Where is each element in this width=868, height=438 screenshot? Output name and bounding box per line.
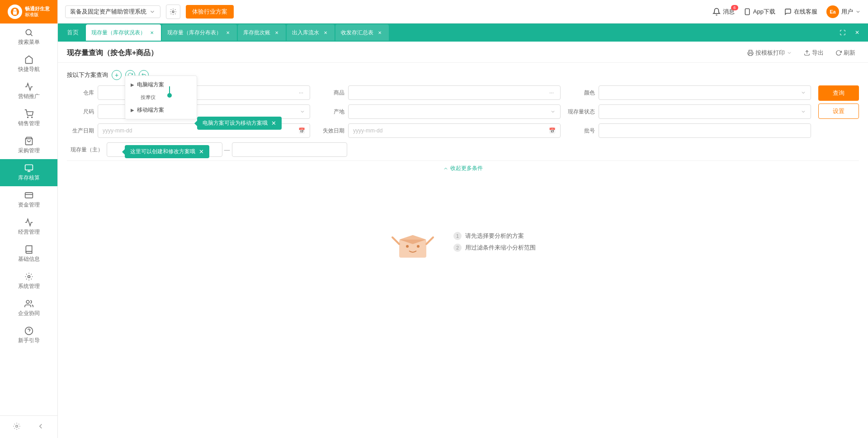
system-selector[interactable]: 装备及固定资产辅助管理系统 — [65, 5, 160, 18]
page-header: 现存量查询（按仓库+商品） 按模板打印 导出 刷新 — [58, 42, 868, 63]
tab-close-batch[interactable]: ✕ — [273, 29, 280, 36]
scheme-tooltip-close[interactable]: ✕ — [271, 120, 276, 127]
sidebar-item-marketing[interactable]: 营销推广 — [0, 78, 57, 105]
sidebar: 畅通好生意 标准版 搜索菜单 快捷导航 营销推广 销售管理 采购管理 库存核算 — [0, 0, 58, 438]
svg-point-3 — [27, 117, 28, 118]
tab-summary[interactable]: 收发存汇总表 ✕ — [335, 24, 389, 41]
filter-col2: 商品 ··· 产地 — [317, 85, 561, 142]
sidebar-item-inventory[interactable]: 库存核算 — [0, 159, 57, 186]
header-right: 消息 6 App下载 在线客服 Ea 用户 — [712, 5, 861, 18]
scheme-tree-panel: ▶ 电脑端方案 按摩仪 ▶ 移动端方案 — [125, 75, 197, 119]
scheme-tooltip-bubble: 电脑方案可设为移动方案哦 ✕ — [197, 117, 282, 130]
tab-inventory-status[interactable]: 现存量（库存状况表） ✕ — [86, 24, 161, 41]
tab-close-flow[interactable]: ✕ — [322, 29, 329, 36]
tab-close-inventory-status[interactable]: ✕ — [148, 29, 156, 36]
page-title: 现存量查询（按仓库+商品） — [67, 48, 158, 58]
sidebar-item-search[interactable]: 搜索菜单 — [0, 24, 57, 51]
sidebar-item-sales[interactable]: 销售管理 — [0, 105, 57, 132]
tab-inventory-dist[interactable]: 现存量（库存分布表） ✕ — [162, 24, 237, 41]
sidebar-item-basic[interactable]: 基础信息 — [0, 240, 57, 268]
filter-field-batch: 批号 — [568, 123, 811, 138]
sidebar-item-guide[interactable]: 新手引导 — [0, 322, 57, 349]
sidebar-nav: 搜索菜单 快捷导航 营销推广 销售管理 采购管理 库存核算 资金管理 经营管理 — [0, 24, 57, 415]
user-avatar: Ea — [826, 5, 839, 18]
page-content: 现存量查询（按仓库+商品） 按模板打印 导出 刷新 — [58, 42, 868, 438]
app-download-btn[interactable]: App下载 — [744, 8, 775, 16]
sidebar-collapse-btn[interactable] — [35, 420, 47, 433]
mobile-tooltip-close[interactable]: ✕ — [199, 148, 204, 155]
logo-text: 畅通好生意 标准版 — [25, 6, 50, 17]
origin-select[interactable] — [348, 104, 561, 119]
mobile-tooltip-bubble: 这里可以创建和修改方案哦 ✕ — [125, 145, 209, 158]
goods-select[interactable]: ··· — [348, 85, 561, 100]
template-print-btn[interactable]: 按模板打印 — [744, 47, 796, 59]
notification-btn[interactable]: 消息 6 — [712, 8, 735, 16]
search-btn[interactable]: 查询 — [818, 85, 859, 101]
svg-point-4 — [31, 117, 32, 118]
sidebar-item-enterprise[interactable]: 企业协同 — [0, 295, 57, 322]
main-area: 装备及固定资产辅助管理系统 体验行业方案 消息 6 App下载 在线客服 — [58, 0, 868, 438]
svg-point-12 — [26, 301, 29, 304]
stock-main-max-input[interactable] — [232, 142, 348, 157]
sidebar-item-purchase[interactable]: 采购管理 — [0, 132, 57, 159]
expire-date-input[interactable]: yyyy-mm-dd 📅 — [348, 123, 561, 138]
setting-btn[interactable]: 设置 — [818, 104, 859, 119]
svg-line-2 — [30, 34, 32, 36]
tab-close-all-btn[interactable]: ✕ — [852, 27, 863, 38]
tab-maximize-btn[interactable] — [837, 27, 848, 38]
tab-batch-account[interactable]: 库存批次账 ✕ — [238, 24, 286, 41]
empty-illustration — [390, 219, 435, 264]
stock-status-select[interactable] — [599, 104, 811, 119]
logo-icon — [8, 5, 22, 19]
sidebar-item-system[interactable]: 系统管理 — [0, 268, 57, 295]
empty-state: 1 请先选择要分析的方案 2 用过滤条件来缩小分析范围 — [58, 183, 868, 301]
sidebar-settings-btn[interactable] — [11, 420, 23, 433]
top-header: 装备及固定资产辅助管理系统 体验行业方案 消息 6 App下载 在线客服 — [58, 0, 868, 24]
collapse-bar[interactable]: 收起更多条件 — [67, 160, 859, 176]
tab-in-out-flow[interactable]: 出入库流水 ✕ — [287, 24, 335, 41]
expire-date-calendar-icon[interactable]: 📅 — [549, 127, 556, 134]
sidebar-item-operations[interactable]: 经营管理 — [0, 213, 57, 240]
online-service-btn[interactable]: 在线客服 — [784, 8, 817, 16]
export-btn[interactable]: 导出 — [800, 47, 827, 59]
tab-controls: ✕ — [837, 27, 866, 38]
batch-input[interactable] — [599, 123, 811, 138]
filter-area: 按以下方案查询 + ▶ 电脑端方案 按摩仪 — [58, 63, 868, 183]
sidebar-logo[interactable]: 畅通好生意 标准版 — [0, 0, 57, 24]
filter-field-goods: 商品 ··· — [317, 85, 561, 100]
scheme-connector — [169, 86, 170, 94]
produce-date-calendar-icon[interactable]: 📅 — [298, 127, 305, 134]
settings-button[interactable] — [166, 5, 180, 19]
industry-button[interactable]: 体验行业方案 — [186, 5, 234, 19]
scheme-tree-subitem[interactable]: 按摩仪 — [135, 92, 197, 103]
scheme-dot — [167, 93, 172, 98]
svg-rect-9 — [25, 193, 33, 198]
scheme-tree-item-mobile[interactable]: ▶ 移动端方案 — [125, 103, 197, 117]
filter-field-stock-status: 现存量状态 — [568, 104, 811, 119]
svg-line-24 — [392, 237, 399, 244]
svg-point-16 — [172, 11, 174, 13]
refresh-btn[interactable]: 刷新 — [832, 47, 859, 59]
user-menu[interactable]: Ea 用户 — [826, 5, 861, 18]
svg-rect-19 — [749, 53, 752, 56]
filter-add-scheme-btn[interactable]: + — [112, 70, 122, 80]
empty-tip-1: 1 请先选择要分析的方案 — [453, 232, 536, 240]
filter-field-origin: 产地 — [317, 104, 561, 119]
filter-field-expire-date: 失效日期 yyyy-mm-dd 📅 — [317, 123, 561, 138]
tab-close-inventory-dist[interactable]: ✕ — [224, 29, 231, 36]
filter-field-color: 颜色 — [568, 85, 811, 100]
svg-point-23 — [417, 245, 420, 248]
svg-point-22 — [406, 245, 409, 248]
filter-col3: 颜色 现存量状态 — [568, 85, 811, 142]
tab-home[interactable]: 首页 — [60, 24, 86, 42]
scheme-tree-item-desktop[interactable]: ▶ 电脑端方案 — [125, 78, 197, 92]
search-buttons: 查询 设置 — [818, 85, 859, 119]
tab-close-summary[interactable]: ✕ — [376, 29, 383, 36]
color-select[interactable] — [599, 85, 811, 100]
svg-rect-6 — [25, 165, 33, 170]
sidebar-item-finance[interactable]: 资金管理 — [0, 186, 57, 213]
svg-point-15 — [16, 425, 18, 428]
svg-point-11 — [28, 276, 30, 278]
svg-line-25 — [426, 237, 433, 244]
sidebar-item-quicknav[interactable]: 快捷导航 — [0, 51, 57, 78]
